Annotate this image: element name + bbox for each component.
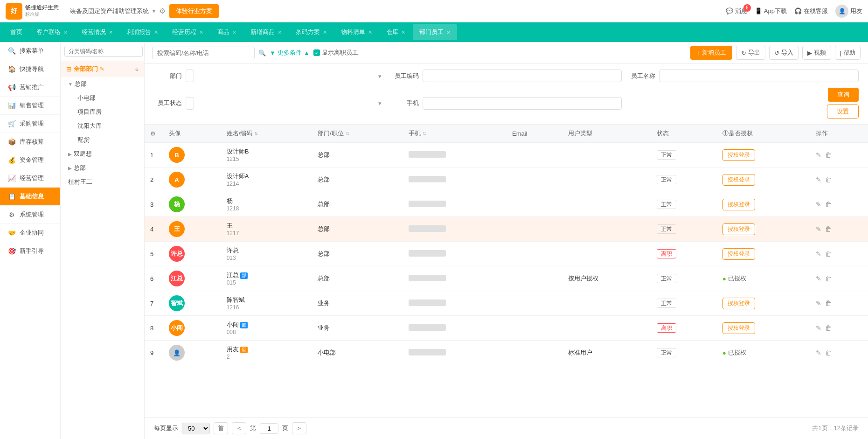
- nav-close-history[interactable]: ✕: [199, 29, 203, 35]
- sort-name-icon[interactable]: ⇅: [254, 131, 258, 136]
- nav-item-history[interactable]: 经营历程✕: [166, 24, 210, 40]
- trial-button[interactable]: 体验行业方案: [169, 4, 219, 18]
- search-submit-icon[interactable]: 🔍: [258, 49, 266, 56]
- page-number-input[interactable]: [260, 423, 278, 434]
- sidebar-item-nav[interactable]: 🏠 快捷导航: [0, 60, 60, 78]
- per-page-select[interactable]: 50 20 100: [182, 423, 210, 434]
- nav-close-operation[interactable]: ✕: [109, 29, 113, 35]
- add-employee-button[interactable]: + 新增员工: [690, 46, 732, 60]
- edit-button[interactable]: ✎: [816, 176, 821, 183]
- nav-item-operation[interactable]: 经营情况✕: [75, 24, 119, 40]
- auth-button[interactable]: 授权登录: [722, 248, 755, 260]
- auth-button[interactable]: 授权登录: [722, 149, 755, 161]
- delete-button[interactable]: 🗑: [825, 324, 832, 332]
- dept-node-zongbu[interactable]: ▶ 总部: [61, 161, 144, 175]
- nav-item-warehouse[interactable]: 仓库✕: [380, 24, 412, 40]
- sidebar-item-management[interactable]: 📈 经营管理: [0, 169, 60, 188]
- sidebar-item-sales[interactable]: 📊 销售管理: [0, 97, 60, 115]
- sidebar-item-finance[interactable]: 💰 资金管理: [0, 151, 60, 169]
- auth-button[interactable]: 授权登录: [722, 199, 755, 210]
- search-input[interactable]: [152, 47, 255, 59]
- dept-node-project[interactable]: 项目库房: [68, 105, 144, 119]
- sidebar-item-marketing[interactable]: 📢 营销推广: [0, 78, 60, 97]
- nav-close-customer[interactable]: ✕: [63, 29, 68, 35]
- query-button[interactable]: 查询: [828, 88, 859, 102]
- delete-button[interactable]: 🗑: [825, 250, 832, 258]
- nav-close-barcode[interactable]: ✕: [323, 29, 327, 35]
- online-service-item[interactable]: 🎧 在线客服: [794, 7, 828, 15]
- delete-button[interactable]: 🗑: [825, 225, 832, 233]
- sort-phone-icon[interactable]: ⇅: [423, 131, 426, 136]
- edit-button[interactable]: ✎: [816, 201, 821, 208]
- app-download-item[interactable]: 📱 App下载: [755, 7, 787, 15]
- help-button[interactable]: | 帮助: [835, 46, 861, 60]
- edit-button[interactable]: ✎: [816, 349, 821, 356]
- nav-item-home[interactable]: 首页: [4, 24, 29, 40]
- view-button[interactable]: ▶ 视频: [802, 46, 831, 60]
- nav-close-profit[interactable]: ✕: [154, 29, 158, 35]
- emp-name-input[interactable]: [659, 70, 859, 82]
- phone-input[interactable]: [423, 97, 622, 110]
- edit-button[interactable]: ✎: [816, 324, 821, 332]
- nav-item-profit[interactable]: 利润报告✕: [120, 24, 165, 40]
- edit-button[interactable]: ✎: [816, 225, 821, 233]
- sort-dept-icon[interactable]: ⇅: [346, 131, 349, 136]
- sidebar-item-guide[interactable]: 🎯 新手引导: [0, 242, 60, 260]
- import-button[interactable]: ↺ 导入: [769, 46, 799, 60]
- edit-button[interactable]: ✎: [816, 250, 821, 258]
- sidebar-item-collab[interactable]: 🤝 企业协同: [0, 224, 60, 242]
- export-button[interactable]: ↻ 导出: [736, 46, 765, 60]
- dept-collapse-icon[interactable]: «: [135, 66, 139, 73]
- dept-select[interactable]: [186, 70, 194, 82]
- dept-node-distribution[interactable]: 配货: [68, 133, 144, 147]
- settings-button[interactable]: 设置: [827, 105, 859, 118]
- auth-button[interactable]: 授权登录: [722, 223, 755, 235]
- dept-search-input[interactable]: [64, 46, 143, 57]
- auth-button[interactable]: 授权登录: [722, 298, 755, 309]
- nav-item-bom[interactable]: 物料清单✕: [334, 24, 379, 40]
- nav-item-barcode[interactable]: 条码方案✕: [289, 24, 333, 40]
- nav-close-warehouse[interactable]: ✕: [401, 29, 405, 35]
- dept-node-shenyang[interactable]: 沈阳大库: [68, 119, 144, 133]
- delete-button[interactable]: 🗑: [825, 300, 832, 307]
- auth-button[interactable]: 授权登录: [722, 174, 755, 186]
- sidebar-item-basic-info[interactable]: 📋 基础信息: [0, 188, 60, 206]
- dept-all-label[interactable]: 全部部门: [74, 65, 98, 73]
- prev-page-button[interactable]: ＜: [232, 422, 246, 434]
- edit-button[interactable]: ✎: [816, 275, 821, 282]
- delete-button[interactable]: 🗑: [825, 151, 832, 159]
- delete-button[interactable]: 🗑: [825, 275, 832, 282]
- status-select[interactable]: [186, 97, 194, 110]
- edit-button[interactable]: ✎: [816, 151, 821, 159]
- dept-node-general[interactable]: ▼ 总部: [61, 77, 144, 91]
- nav-close-bom[interactable]: ✕: [368, 29, 372, 35]
- nav-close-new-goods[interactable]: ✕: [278, 29, 282, 35]
- auth-button[interactable]: 授权登录: [722, 322, 755, 334]
- user-item[interactable]: 👤 用友: [835, 5, 862, 18]
- message-item[interactable]: 💬 消息 6: [726, 7, 747, 15]
- first-page-button[interactable]: 首: [214, 422, 228, 434]
- nav-item-new-goods[interactable]: 新增商品✕: [244, 24, 288, 40]
- dept-node-xiaodian[interactable]: 小电部: [68, 91, 144, 105]
- dept-edit-icon[interactable]: ✎: [100, 66, 104, 72]
- delete-button[interactable]: 🗑: [825, 176, 832, 183]
- more-conditions-button[interactable]: ▼ 更多条件 ▲: [270, 49, 310, 57]
- show-resigned-toggle[interactable]: ✓ 显示离职员工: [313, 49, 358, 57]
- nav-item-dept[interactable]: 部门员工✕: [413, 24, 457, 40]
- delete-button[interactable]: 🗑: [825, 349, 832, 356]
- nav-item-customer[interactable]: 客户联络✕: [30, 24, 74, 40]
- sidebar-item-purchase[interactable]: 🛒 采购管理: [0, 115, 60, 133]
- resigned-checkbox[interactable]: ✓: [313, 49, 320, 56]
- dept-node-shuangting[interactable]: ▶ 双庭想: [61, 147, 144, 161]
- edit-button[interactable]: ✎: [816, 300, 821, 307]
- nav-item-goods[interactable]: 商品✕: [211, 24, 243, 40]
- sidebar-item-search[interactable]: 🔍 搜索菜单: [0, 42, 60, 60]
- sidebar-item-system[interactable]: ⚙ 系统管理: [0, 206, 60, 224]
- sidebar-item-inventory[interactable]: 📦 库存核算: [0, 133, 60, 151]
- th-settings[interactable]: ⚙: [145, 125, 163, 143]
- nav-close-dept[interactable]: ✕: [446, 29, 451, 35]
- settings-icon[interactable]: ⚙: [159, 7, 166, 15]
- dept-node-zhicun[interactable]: 植村王二: [61, 175, 144, 189]
- next-page-button[interactable]: ＞: [292, 422, 306, 434]
- nav-close-goods[interactable]: ✕: [232, 29, 236, 35]
